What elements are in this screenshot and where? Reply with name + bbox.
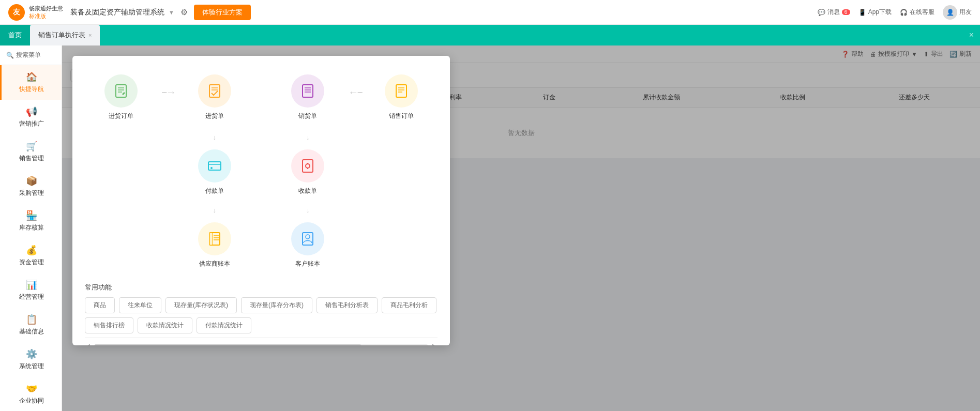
message-button[interactable]: 💬 消息 6 bbox=[818, 8, 850, 17]
sidebar-item-label: 经营管理 bbox=[19, 293, 44, 301]
app-download-button[interactable]: 📱 App下载 bbox=[858, 8, 892, 17]
down-arrow-receipt: ↓ bbox=[272, 206, 344, 214]
flow-customer-ledger[interactable]: 客户账本 bbox=[272, 216, 344, 275]
sales-slip-circle bbox=[291, 74, 324, 108]
scroll-left-arrow[interactable]: ◀ bbox=[85, 342, 90, 345]
svg-rect-15 bbox=[208, 162, 221, 170]
tab-home[interactable]: 首页 bbox=[0, 25, 30, 45]
sidebar-item-sales[interactable]: 🛒 销售管理 bbox=[0, 134, 62, 169]
system-title-dropdown-icon[interactable]: ▼ bbox=[169, 9, 174, 16]
tab-active-label: 销售订单执行表 bbox=[38, 31, 85, 40]
cf-btn-receipt-stats[interactable]: 收款情况统计 bbox=[138, 317, 192, 333]
svg-point-28 bbox=[306, 235, 310, 239]
modal-overlay[interactable]: 进货订单 - - → 进货单 bbox=[62, 45, 980, 411]
scroll-track[interactable] bbox=[94, 344, 428, 346]
common-functions-title: 常用功能 bbox=[85, 283, 438, 292]
sales-order-label: 销售订单 bbox=[389, 112, 414, 120]
svg-rect-4 bbox=[209, 85, 220, 97]
arrow-1: - - → bbox=[158, 86, 178, 109]
sales-icon: 🛒 bbox=[26, 141, 37, 152]
cf-btn-sales-gross[interactable]: 销售毛利分析表 bbox=[316, 297, 378, 313]
sales-order-circle bbox=[385, 74, 418, 108]
user-menu[interactable]: 👤 用友 bbox=[943, 5, 972, 20]
svg-rect-18 bbox=[303, 160, 313, 172]
customer-ledger-label: 客户账本 bbox=[295, 260, 320, 268]
cf-btn-stock-status[interactable]: 现存量(库存状况表) bbox=[165, 297, 237, 313]
flow-supplier-ledger[interactable]: 供应商账本 bbox=[178, 216, 251, 275]
receipt-slip-label: 收款单 bbox=[298, 187, 317, 195]
sidebar-item-label: 企业协同 bbox=[19, 397, 44, 405]
sidebar-item-label: 系统管理 bbox=[19, 362, 44, 371]
cf-btn-contacts[interactable]: 往来单位 bbox=[119, 297, 161, 313]
purchase-slip-circle bbox=[198, 74, 231, 108]
message-badge: 6 bbox=[842, 9, 850, 15]
sidebar: 🔍 搜索菜单 🏠 快捷导航 📢 营销推广 🛒 销售管理 📦 采购管理 🏪 库存核… bbox=[0, 45, 62, 411]
sidebar-item-purchase[interactable]: 📦 采购管理 bbox=[0, 169, 62, 204]
flow-purchase-slip[interactable]: 进货单 bbox=[178, 68, 251, 127]
avatar: 👤 bbox=[943, 5, 957, 20]
tab-bar: 首页 销售订单执行表 × × bbox=[0, 25, 980, 45]
content-area: ❓ 帮助 🖨 按模板打印 ▼ ⬆ 导出 🔄 刷新 📅 bbox=[62, 45, 980, 411]
supplier-ledger-label: 供应商账本 bbox=[199, 260, 230, 268]
sidebar-item-label: 营销推广 bbox=[19, 119, 44, 128]
inventory-icon: 🏪 bbox=[26, 210, 37, 221]
flow-sales-slip[interactable]: 销货单 bbox=[272, 68, 344, 127]
sidebar-item-marketing[interactable]: 📢 营销推广 bbox=[0, 100, 62, 134]
flow-purchase-order[interactable]: 进货订单 bbox=[85, 68, 158, 127]
common-functions-buttons: 商品 往来单位 现存量(库存状况表) 现存量(库存分布表) 销售毛利分析表 商品… bbox=[85, 297, 438, 313]
sidebar-item-system[interactable]: ⚙️ 系统管理 bbox=[0, 342, 62, 377]
purchase-icon: 📦 bbox=[26, 175, 37, 187]
svg-rect-7 bbox=[303, 85, 313, 97]
sidebar-item-label: 库存核算 bbox=[19, 223, 44, 232]
cf-btn-product-gross[interactable]: 商品毛利分析 bbox=[382, 297, 436, 313]
logo-area: 友 畅康通好生意 标准版 bbox=[8, 4, 70, 21]
tab-sales-order-execution[interactable]: 销售订单执行表 × bbox=[30, 25, 100, 45]
system-title-text: 装备及固定资产辅助管理系统 bbox=[70, 8, 164, 17]
tab-bar-close-icon[interactable]: × bbox=[969, 31, 974, 40]
cf-btn-stock-dist[interactable]: 现存量(库存分布表) bbox=[241, 297, 312, 313]
cf-btn-sales-rank[interactable]: 销售排行榜 bbox=[85, 317, 133, 333]
experience-btn[interactable]: 体验行业方案 bbox=[194, 5, 251, 20]
purchase-order-label: 进货订单 bbox=[109, 112, 133, 120]
arrow-2: ← - - bbox=[344, 86, 365, 109]
scroll-thumb bbox=[94, 344, 361, 346]
message-icon: 💬 bbox=[818, 9, 825, 16]
down-arrow-purchase: ↓ bbox=[178, 133, 251, 141]
sidebar-item-basic-info[interactable]: 📋 基础信息 bbox=[0, 308, 62, 342]
svg-rect-11 bbox=[396, 85, 406, 97]
scroll-right-arrow[interactable]: ▶ bbox=[432, 342, 438, 345]
sidebar-item-label: 资金管理 bbox=[19, 258, 44, 267]
flow-payment-slip[interactable]: 付款单 bbox=[178, 143, 251, 202]
customer-ledger-circle bbox=[291, 222, 324, 255]
purchase-order-circle bbox=[104, 74, 138, 108]
sidebar-item-label: 销售管理 bbox=[19, 154, 44, 163]
online-service-label: 在线客服 bbox=[910, 8, 934, 17]
settings-gear-button[interactable]: ⚙ bbox=[178, 5, 190, 19]
logo-icon: 友 bbox=[8, 4, 25, 21]
flow-receipt-slip[interactable]: 收款单 bbox=[272, 143, 344, 202]
app-download-icon: 📱 bbox=[858, 9, 866, 16]
sidebar-item-operations[interactable]: 📊 经营管理 bbox=[0, 273, 62, 308]
online-service-button[interactable]: 🎧 在线客服 bbox=[900, 8, 934, 17]
tab-close-icon[interactable]: × bbox=[88, 32, 92, 38]
sales-slip-label: 销货单 bbox=[298, 112, 317, 120]
quick-nav-modal: 进货订单 - - → 进货单 bbox=[72, 56, 450, 345]
sidebar-item-collaboration[interactable]: 🤝 企业协同 bbox=[0, 377, 62, 411]
svg-rect-0 bbox=[116, 85, 126, 97]
top-header: 友 畅康通好生意 标准版 装备及固定资产辅助管理系统 ▼ ⚙ 体验行业方案 💬 … bbox=[0, 0, 980, 25]
sidebar-search[interactable]: 🔍 搜索菜单 bbox=[0, 45, 62, 65]
sidebar-item-finance[interactable]: 💰 资金管理 bbox=[0, 238, 62, 273]
system-icon: ⚙️ bbox=[26, 348, 37, 360]
system-title-area: 装备及固定资产辅助管理系统 ▼ ⚙ 体验行业方案 bbox=[70, 5, 818, 20]
supplier-ledger-circle bbox=[198, 222, 231, 255]
sidebar-item-label: 基础信息 bbox=[19, 327, 44, 336]
down-arrow-payment: ↓ bbox=[178, 206, 251, 214]
sidebar-item-inventory[interactable]: 🏪 库存核算 bbox=[0, 204, 62, 238]
flow-sales-order[interactable]: 销售订单 bbox=[365, 68, 438, 127]
sidebar-item-label: 快捷导航 bbox=[19, 85, 44, 94]
sidebar-item-quick-nav[interactable]: 🏠 快捷导航 bbox=[0, 65, 62, 100]
collaboration-icon: 🤝 bbox=[26, 383, 37, 394]
cf-btn-payment-stats[interactable]: 付款情况统计 bbox=[197, 317, 251, 333]
cf-btn-product[interactable]: 商品 bbox=[85, 297, 115, 313]
common-functions-section: 常用功能 商品 往来单位 现存量(库存状况表) 现存量(库存分布表) 销售毛利分… bbox=[85, 283, 438, 333]
